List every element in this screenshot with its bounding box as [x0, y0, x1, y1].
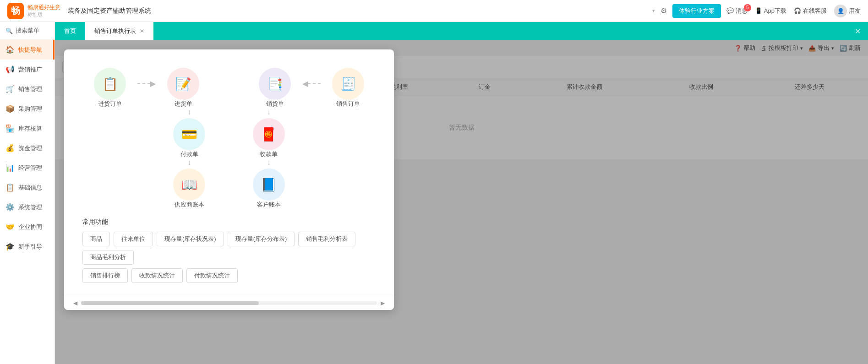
func-btn-payment-stats[interactable]: 付款情况统计 — [186, 268, 238, 283]
purchase-order-circle: 📋 — [94, 68, 126, 100]
top-nav-icons: 💬 消息 5 📱 App下载 🎧 在线客服 👤 用友 — [726, 5, 861, 17]
payment-bill-label: 付款单 — [180, 150, 198, 158]
supplier-account-label: 供应商账本 — [175, 201, 204, 209]
node-sales-order[interactable]: 🧾 销售订单 — [321, 68, 376, 108]
node-receipt-bill[interactable]: 🧧 收款单 — [241, 118, 296, 158]
func-btn-goods[interactable]: 商品 — [82, 232, 110, 246]
home-icon: 🏠 — [5, 45, 15, 54]
common-functions-title: 常用功能 — [82, 218, 376, 226]
tab-sales-order[interactable]: 销售订单执行表 ✕ — [85, 22, 153, 40]
sidebar-item-label: 库存核算 — [18, 125, 42, 133]
func-btn-parties[interactable]: 往来单位 — [114, 232, 153, 246]
content-area: 首页 销售订单执行表 ✕ ✕ ❓ 帮助 — [55, 22, 868, 364]
basic-info-icon: 📋 — [5, 183, 15, 192]
scroll-left-icon[interactable]: ◀ — [73, 300, 77, 306]
main-layout: 🔍 搜索菜单 🏠 快捷导航 📢 营销推广 🛒 销售管理 📦 采购管理 🏪 — [0, 22, 868, 364]
node-supplier-account[interactable]: 📖 供应商账本 — [162, 168, 217, 209]
scroll-right-icon[interactable]: ▶ — [381, 300, 385, 306]
sidebar-item-label: 采购管理 — [18, 105, 42, 113]
sidebar-item-system[interactable]: ⚙️ 系统管理 — [0, 197, 55, 217]
sidebar-item-label: 销售管理 — [18, 85, 42, 93]
function-btns-row2: 销售排行榜 收款情况统计 付款情况统计 — [82, 268, 376, 283]
sidebar-item-purchase[interactable]: 📦 采购管理 — [0, 99, 55, 119]
dropdown-arrow-icon[interactable]: ▾ — [652, 8, 655, 14]
sales-icon: 🛒 — [5, 85, 15, 93]
system-icon: ⚙️ — [5, 203, 15, 212]
tab-sales-order-label: 销售订单执行表 — [94, 27, 136, 35]
node-purchase-bill[interactable]: 📝 进货单 — [156, 68, 211, 108]
service-icon: 🎧 — [794, 7, 801, 14]
experience-button[interactable]: 体验行业方案 — [672, 4, 721, 18]
function-btns-row1: 商品 往来单位 现存量(库存状况表) 现存量(库存分布表) 销售毛利分析表 商品… — [82, 232, 376, 265]
online-service-nav-item[interactable]: 🎧 在线客服 — [794, 7, 827, 15]
sidebar-item-label: 资金管理 — [18, 144, 42, 152]
func-btn-stock-dist[interactable]: 现存量(库存分布表) — [228, 232, 295, 246]
func-btn-goods-profit[interactable]: 商品毛利分析 — [82, 250, 134, 265]
sales-bill-circle: 📑 — [259, 68, 291, 100]
sidebar-item-enterprise[interactable]: 🤝 企业协同 — [0, 217, 55, 237]
modal-scrollbar: ◀ ▶ — [64, 296, 394, 310]
sidebar-item-label: 快捷导航 — [18, 46, 42, 54]
sidebar-item-label: 企业协同 — [18, 223, 42, 231]
sidebar-search[interactable]: 🔍 搜索菜单 — [0, 22, 55, 40]
sidebar-item-label: 系统管理 — [18, 203, 42, 212]
message-nav-item[interactable]: 💬 消息 5 — [726, 7, 748, 15]
customer-account-label: 客户账本 — [257, 201, 281, 209]
search-icon: 🔍 — [5, 27, 13, 34]
sidebar-item-inventory[interactable]: 🏪 库存核算 — [0, 119, 55, 138]
logo-area: 畅 畅康通好生意 标惟版 — [7, 3, 62, 19]
sidebar-item-label: 基础信息 — [18, 184, 42, 192]
operations-icon: 📊 — [5, 163, 15, 172]
tab-home-label: 首页 — [64, 27, 76, 35]
func-btn-stock-status[interactable]: 现存量(库存状况表) — [157, 232, 224, 246]
sidebar: 🔍 搜索菜单 🏠 快捷导航 📢 营销推广 🛒 销售管理 📦 采购管理 🏪 — [0, 22, 55, 364]
modal-flow-area: 📋 进货订单 ▶ — [64, 49, 394, 218]
payment-bill-circle: 💳 — [173, 118, 205, 150]
purchase-bill-label: 进货单 — [175, 100, 192, 108]
tab-home[interactable]: 首页 — [55, 22, 85, 40]
search-label: 搜索菜单 — [16, 27, 39, 35]
sidebar-item-operations[interactable]: 📊 经营管理 — [0, 158, 55, 178]
sidebar-item-quick-nav[interactable]: 🏠 快捷导航 — [0, 40, 55, 60]
user-avatar: 👤 — [834, 5, 847, 17]
sales-order-label: 销售订单 — [336, 100, 360, 108]
func-btn-sales-analysis[interactable]: 销售毛利分析表 — [298, 232, 355, 246]
sidebar-item-label: 新手引导 — [18, 243, 42, 251]
purchase-bill-circle: 📝 — [167, 68, 199, 100]
node-purchase-order[interactable]: 📋 进货订单 — [82, 68, 137, 108]
sidebar-item-sales[interactable]: 🛒 销售管理 — [0, 79, 55, 99]
user-label: 用友 — [849, 7, 861, 15]
logo-icon: 畅 — [7, 3, 24, 19]
app-download-nav-item[interactable]: 📱 App下载 — [755, 7, 786, 15]
settings-icon[interactable]: ⚙ — [661, 6, 667, 15]
marketing-icon: 📢 — [5, 65, 15, 74]
message-icon: 💬 — [726, 7, 734, 14]
sidebar-item-marketing[interactable]: 📢 营销推广 — [0, 60, 55, 79]
user-nav-item[interactable]: 👤 用友 — [834, 5, 861, 17]
customer-account-circle: 📘 — [253, 168, 285, 201]
node-sales-bill[interactable]: 📑 销货单 — [247, 68, 302, 108]
tab-close-icon[interactable]: ✕ — [140, 28, 144, 34]
online-service-label: 在线客服 — [803, 7, 827, 15]
receipt-bill-label: 收款单 — [260, 150, 278, 158]
sidebar-item-finance[interactable]: 💰 资金管理 — [0, 138, 55, 158]
sidebar-item-basic-info[interactable]: 📋 基础信息 — [0, 178, 55, 197]
sales-bill-label: 销货单 — [266, 100, 284, 108]
node-payment-bill[interactable]: 💳 付款单 — [162, 118, 217, 158]
func-btn-sales-ranking[interactable]: 销售排行榜 — [82, 268, 128, 283]
purchase-order-label: 进货订单 — [98, 100, 122, 108]
common-functions: 常用功能 商品 往来单位 现存量(库存状况表) 现存量(库存分布表) 销售毛利分… — [64, 218, 394, 296]
func-btn-receipt-stats[interactable]: 收款情况统计 — [131, 268, 183, 283]
download-icon: 📱 — [755, 7, 762, 14]
supplier-account-circle: 📖 — [173, 168, 205, 201]
node-customer-account[interactable]: 📘 客户账本 — [241, 168, 296, 209]
receipt-bill-circle: 🧧 — [253, 118, 285, 150]
app-download-label: App下载 — [764, 7, 786, 15]
tab-bar: 首页 销售订单执行表 ✕ ✕ — [55, 22, 868, 40]
guide-icon: 🎓 — [5, 242, 15, 251]
sidebar-item-guide[interactable]: 🎓 新手引导 — [0, 237, 55, 256]
enterprise-icon: 🤝 — [5, 223, 15, 231]
close-window-icon[interactable]: ✕ — [855, 27, 861, 36]
scrollbar-track[interactable] — [81, 301, 377, 305]
purchase-icon: 📦 — [5, 104, 15, 113]
